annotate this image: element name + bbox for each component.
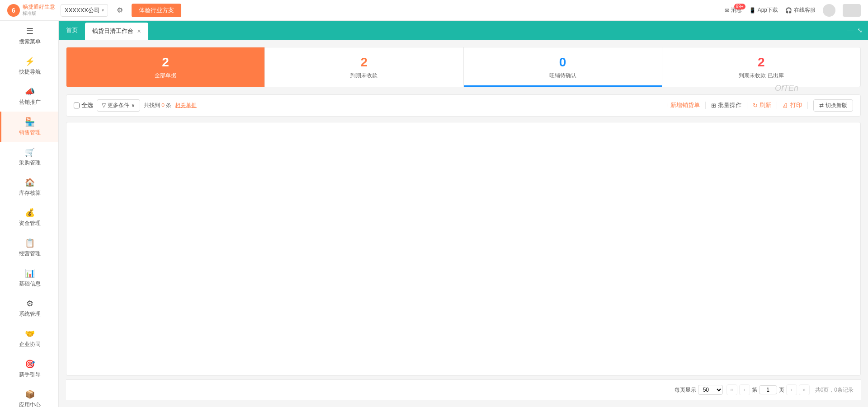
user-name-area[interactable] — [843, 4, 861, 17]
sidebar-item-quick-nav[interactable]: ⚡ 快捷导航 — [0, 51, 58, 81]
tab-home[interactable]: 首页 — [59, 21, 85, 40]
toolbar: 全选 ▽ 更多条件 ∨ 共找到 0 条 相关单据 + 新增销货单 — [66, 94, 861, 117]
toolbar-right: + 新增销货单 ⊞ 批量操作 ↻ 刷新 🖨 打印 — [665, 99, 853, 112]
prev-page-button[interactable]: ‹ — [739, 384, 750, 395]
page-content: 2 全部单据 2 到期未收款 0 旺铺待确认 2 到期未收款 已出库 — [59, 40, 868, 407]
online-service-label: 在线客服 — [794, 6, 816, 14]
per-page-dropdown[interactable]: 50 100 200 — [698, 385, 723, 395]
app-download-button[interactable]: 📱 App下载 — [749, 6, 778, 14]
switch-label: 切换新版 — [826, 102, 847, 109]
marketing-icon: 📣 — [25, 87, 35, 97]
select-all-checkbox[interactable]: 全选 — [74, 101, 93, 109]
app-center-icon: 📦 — [25, 389, 35, 399]
select-all-input[interactable] — [74, 103, 80, 108]
system-icon: ⚙ — [26, 299, 33, 309]
chevron-down-icon: ▾ — [102, 8, 104, 13]
app-name: 畅捷通好生意 — [23, 4, 55, 11]
stat-card-overdue[interactable]: 2 到期未收款 — [265, 47, 463, 87]
table-wrapper — [66, 122, 861, 376]
stat-number-overdue: 2 — [361, 55, 368, 70]
sidebar-label-app-center: 应用中心 — [19, 401, 41, 407]
first-page-button[interactable]: « — [726, 384, 737, 395]
batch-operation-button[interactable]: ⊞ 批量操作 — [711, 101, 741, 109]
stat-label-shipped: 到期未收款 已出库 — [739, 72, 783, 80]
service-icon: 🎧 — [785, 7, 792, 14]
per-page-label: 每页显示 — [675, 386, 696, 394]
stat-card-all[interactable]: 2 全部单据 — [66, 47, 265, 87]
tab-minimize-button[interactable]: — — [845, 25, 855, 36]
tab-workbench[interactable]: 钱货日清工作台 ✕ — [85, 23, 148, 40]
tab-actions: — ⤡ — [845, 25, 868, 36]
select-all-label: 全选 — [81, 101, 93, 109]
sidebar-item-operations[interactable]: 📋 经营管理 — [0, 233, 58, 263]
company-selector[interactable]: XXXXXX公司 ▾ — [61, 4, 108, 17]
sidebar-item-inventory[interactable]: 🏠 库存核算 — [0, 172, 58, 202]
avatar[interactable] — [823, 4, 835, 17]
last-page-button[interactable]: » — [799, 384, 810, 395]
settings-button[interactable]: ⚙ — [113, 4, 126, 17]
filter-button[interactable]: ▽ 更多条件 ∨ — [97, 99, 140, 112]
page-input[interactable] — [759, 385, 777, 394]
print-icon: 🖨 — [783, 102, 788, 109]
online-service-button[interactable]: 🎧 在线客服 — [785, 6, 816, 14]
print-button[interactable]: 🖨 打印 — [783, 101, 802, 109]
logo-text-block: 畅捷通好生意 标准版 — [23, 4, 55, 17]
message-badge: 99+ — [734, 4, 745, 9]
sidebar-item-purchase[interactable]: 🛒 采购管理 — [0, 142, 58, 172]
stat-card-shipped[interactable]: 2 到期未收款 已出库 — [662, 47, 860, 87]
sidebar-label-quick-nav: 快捷导航 — [19, 68, 41, 76]
quick-nav-icon: ⚡ — [25, 56, 35, 66]
found-text: 共找到 0 条 — [144, 102, 171, 109]
stat-number-pending: 0 — [559, 55, 566, 70]
stats-row: 2 全部单据 2 到期未收款 0 旺铺待确认 2 到期未收款 已出库 — [66, 47, 861, 87]
logo-area: 6 畅捷通好生意 标准版 — [7, 4, 55, 17]
top-header: 6 畅捷通好生意 标准版 XXXXXX公司 ▾ ⚙ 体验行业方案 ✉ 消息 99… — [0, 0, 868, 21]
divider-1 — [705, 102, 706, 109]
sidebar-label-purchase: 采购管理 — [19, 159, 41, 167]
tab-close-icon[interactable]: ✕ — [137, 28, 141, 34]
stat-label-overdue: 到期未收款 — [350, 72, 377, 80]
tab-home-label: 首页 — [66, 26, 78, 34]
refresh-icon: ↻ — [753, 102, 758, 109]
sidebar-label-guide: 新手引导 — [19, 371, 41, 379]
sidebar-item-marketing[interactable]: 📣 营销推广 — [0, 81, 58, 112]
sidebar-label-system: 系统管理 — [19, 310, 41, 318]
sidebar-label-finance: 资金管理 — [19, 220, 41, 227]
refresh-label: 刷新 — [760, 101, 771, 109]
enterprise-icon: 🤝 — [25, 329, 35, 339]
filter-chevron-icon: ∨ — [131, 102, 135, 108]
pagination-bar: 每页显示 50 100 200 « ‹ 第 页 › » 共0页，0条记录 — [66, 379, 861, 400]
sidebar-item-search[interactable]: ☰ 搜索菜单 — [0, 21, 58, 51]
tab-workbench-label: 钱货日清工作台 — [92, 27, 133, 35]
logo-icon: 6 — [7, 4, 20, 17]
switch-icon: ⇄ — [819, 102, 824, 108]
stat-card-pending[interactable]: 0 旺铺待确认 — [464, 47, 662, 87]
add-sales-order-button[interactable]: + 新增销货单 — [665, 101, 700, 109]
message-button[interactable]: ✉ 消息 99+ — [725, 6, 742, 14]
stat-label-all: 全部单据 — [155, 72, 176, 80]
sidebar-item-system[interactable]: ⚙ 系统管理 — [0, 293, 58, 323]
page-suffix: 页 — [779, 386, 784, 394]
sidebar-item-base-info[interactable]: 📊 基础信息 — [0, 263, 58, 293]
guide-icon: 🎯 — [25, 359, 35, 369]
sidebar-item-sales[interactable]: 🏪 销售管理 — [0, 112, 58, 142]
stat-underline-pending — [464, 85, 662, 87]
refresh-button[interactable]: ↻ 刷新 — [753, 101, 771, 109]
related-orders-link[interactable]: 相关单据 — [175, 102, 197, 109]
app-download-label: App下载 — [758, 6, 778, 14]
switch-version-button[interactable]: ⇄ 切换新版 — [813, 99, 853, 112]
tab-maximize-button[interactable]: ⤡ — [855, 25, 864, 36]
next-page-button[interactable]: › — [786, 384, 797, 395]
trial-button[interactable]: 体验行业方案 — [132, 4, 181, 17]
sidebar-item-finance[interactable]: 💰 资金管理 — [0, 202, 58, 233]
sidebar-item-app-center[interactable]: 📦 应用中心 — [0, 384, 58, 407]
sidebar-label-sales: 销售管理 — [19, 129, 41, 136]
finance-icon: 💰 — [25, 208, 35, 218]
sidebar-item-enterprise[interactable]: 🤝 企业协同 — [0, 323, 58, 354]
purchase-icon: 🛒 — [25, 147, 35, 157]
sidebar-item-guide[interactable]: 🎯 新手引导 — [0, 354, 58, 384]
filter-label: 更多条件 — [108, 102, 129, 109]
sidebar-label-enterprise: 企业协同 — [19, 341, 41, 348]
filter-icon: ▽ — [102, 102, 106, 108]
header-right: ✉ 消息 99+ 📱 App下载 🎧 在线客服 — [725, 4, 861, 17]
